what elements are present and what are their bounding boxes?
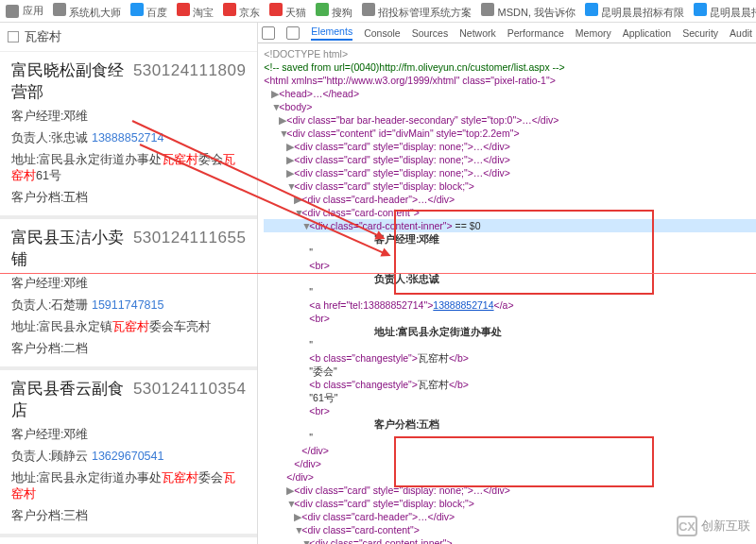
bookmark-item[interactable]: 昆明晨晨招标有限 [585, 3, 684, 20]
devtools-tabs: Elements Console Sources Network Perform… [258, 23, 756, 43]
checkbox-icon[interactable] [8, 31, 19, 42]
app-panel: 瓦窑村 富民晓松副食经营部530124111809 客户经理:邓维 负责人:张忠… [0, 23, 258, 544]
annotation-line [0, 273, 756, 274]
tab-audits[interactable]: Audit [730, 27, 752, 39]
logo-icon: CX [677, 516, 697, 536]
card-title: 富民晓松副食经营部 [11, 60, 133, 103]
tab-console[interactable]: Console [364, 27, 401, 39]
tab-application[interactable]: Application [623, 27, 671, 39]
bookmark-bar: 应用 系统机大师 百度 淘宝 京东 天猫 搜狗 招投标管理系统方案 MSDN, … [0, 0, 756, 23]
customer-card[interactable]: 富民县玉洁小卖铺530124111655 客户经理:邓维 负责人:石楚珊 159… [0, 215, 257, 366]
elements-tree[interactable]: <!DOCTYPE html> <!-- saved from url=(004… [258, 43, 756, 544]
tab-performance[interactable]: Performance [507, 27, 564, 39]
bookmark-item[interactable]: 招投标管理系统方案 [362, 3, 472, 20]
customer-card[interactable]: 富民县香云副食店530124110354 客户经理:邓维 负责人:顾静云 136… [0, 366, 257, 534]
tab-memory[interactable]: Memory [576, 27, 611, 39]
device-icon[interactable] [286, 26, 300, 40]
watermark: CX 创新互联 [677, 516, 750, 536]
apps-button[interactable]: 应用 [6, 4, 43, 18]
bookmark-item[interactable]: 淘宝 [177, 3, 214, 20]
customer-card[interactable]: 富民晓松副食经营部530124111809 客户经理:邓维 负责人:张忠诚 13… [0, 52, 257, 215]
phone-link[interactable]: 13888852714 [92, 131, 163, 144]
search-bar[interactable]: 瓦窑村 [0, 23, 257, 52]
bookmark-item[interactable]: 天猫 [269, 3, 306, 20]
card-code: 530124111809 [133, 61, 246, 80]
search-term: 瓦窑村 [25, 28, 61, 45]
bookmark-item[interactable]: 搜狗 [316, 3, 352, 20]
bookmark-item[interactable]: MSDN, 我告诉你 [481, 3, 576, 20]
bookmark-item[interactable]: 百度 [130, 3, 167, 20]
tab-security[interactable]: Security [682, 27, 718, 39]
bookmark-item[interactable]: 系统机大师 [53, 3, 121, 20]
phone-link[interactable]: 15911747815 [92, 298, 163, 312]
tab-elements[interactable]: Elements [311, 26, 352, 41]
inspect-icon[interactable] [262, 26, 275, 40]
customer-card[interactable]: 富民县应香副食店530124111088 客户经理:邓维 负责人:展应香 150… [0, 534, 257, 544]
devtools-panel: Elements Console Sources Network Perform… [258, 23, 756, 544]
tab-sources[interactable]: Sources [412, 27, 449, 39]
card-list: 富民晓松副食经营部530124111809 客户经理:邓维 负责人:张忠诚 13… [0, 52, 257, 544]
bookmark-item[interactable]: 京东 [223, 3, 260, 20]
phone-link[interactable]: 13629670541 [92, 450, 163, 463]
bookmark-item[interactable]: 昆明晨晨招标有限 [694, 3, 756, 20]
tab-network[interactable]: Network [459, 27, 496, 39]
